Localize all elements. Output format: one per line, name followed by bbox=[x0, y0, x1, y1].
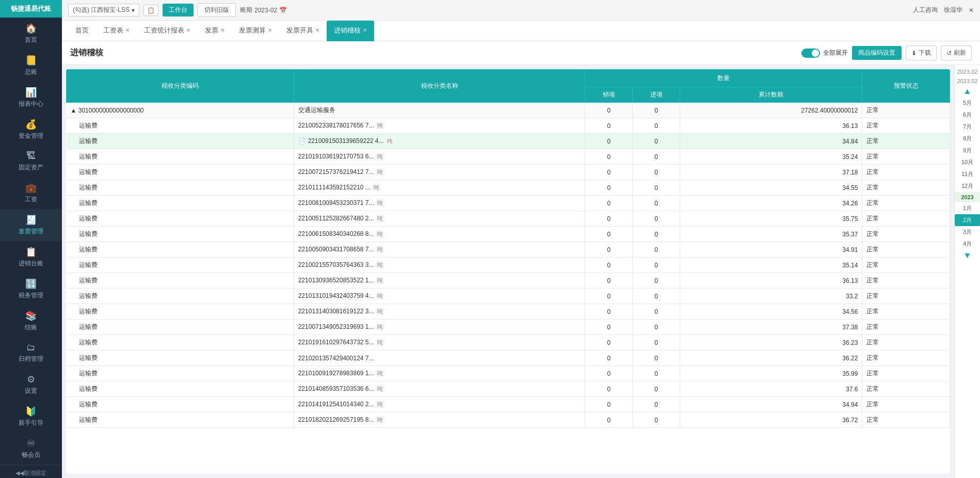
row-cumulative: 34.55 bbox=[680, 180, 862, 196]
scroll-up-button[interactable]: ▲ bbox=[962, 86, 973, 97]
sidebar-item-finance[interactable]: 💰 资金管理 bbox=[0, 114, 62, 146]
table-row[interactable]: 运输费 2210111143592152210 ... 吨 0 0 34.55 … bbox=[67, 180, 950, 196]
tab-close-icon[interactable]: ✕ bbox=[125, 27, 130, 33]
table-row[interactable]: 运输费 📄2210091503139659222 4... 吨 0 0 34.8… bbox=[67, 134, 950, 149]
tab-invoice-calc[interactable]: 发票测算 ✕ bbox=[232, 21, 279, 41]
finance-icon: 💰 bbox=[25, 119, 37, 130]
table-row[interactable]: 运输费 2210131019432403759 4... 吨 0 0 33.2 … bbox=[67, 289, 950, 304]
col-purchase-header: 进项 bbox=[633, 87, 680, 103]
month-11[interactable]: 11月 bbox=[955, 168, 980, 180]
sidebar-item-tax[interactable]: 🔢 税务管理 bbox=[0, 273, 62, 305]
sidebar-item-member[interactable]: ♾ 畅会员 bbox=[0, 433, 62, 465]
row-cumulative: 37.18 bbox=[680, 165, 862, 180]
sidebar-item-salary[interactable]: 💼 工资 bbox=[0, 177, 62, 209]
tab-close-icon[interactable]: ✕ bbox=[186, 27, 190, 33]
row-cumulative: 27262.40000000012 bbox=[680, 103, 862, 118]
user-name[interactable]: 徐湿华 bbox=[944, 6, 962, 14]
row-cumulative: 34.56 bbox=[680, 304, 862, 320]
close-icon[interactable]: ✕ bbox=[969, 7, 974, 14]
table-row[interactable]: 运输费 2210052338178017656 7... 吨 0 0 36.13… bbox=[67, 118, 950, 134]
sidebar-item-purchase-sales[interactable]: 📋 进销台账 bbox=[0, 241, 62, 273]
tab-payroll-stats[interactable]: 工资统计报表 ✕ bbox=[137, 21, 198, 41]
workspace-button[interactable]: 工作台 bbox=[163, 4, 194, 17]
table-row[interactable]: 运输费 2210191036192170753 6... 吨 0 0 35.24… bbox=[67, 149, 950, 165]
refresh-button[interactable]: ↺ 刷新 bbox=[941, 45, 972, 60]
calendar-icon[interactable]: 📅 bbox=[279, 7, 287, 14]
month-7[interactable]: 7月 bbox=[955, 121, 980, 133]
sidebar-item-closing[interactable]: 📚 结账 bbox=[0, 305, 62, 337]
row-sale: 0 bbox=[585, 304, 633, 320]
company-selector[interactable]: (勾选) 江西报宝-LSS ▾ bbox=[68, 4, 139, 17]
sidebar-item-invoice[interactable]: 🧾 发票管理 bbox=[0, 209, 62, 241]
month-5[interactable]: 5月 bbox=[955, 97, 980, 109]
sidebar-item-settings[interactable]: ⚙ 设置 bbox=[0, 369, 62, 401]
settings-button[interactable]: 商品编码设置 bbox=[852, 46, 902, 60]
month-1[interactable]: 1月 bbox=[955, 202, 980, 214]
unit-tag: 吨 bbox=[376, 339, 384, 346]
sidebar-item-archive[interactable]: 🗂 归档管理 bbox=[0, 337, 62, 369]
table-row[interactable]: 运输费 2210131403081619122 3... 吨 0 0 34.56… bbox=[67, 304, 950, 320]
download-button[interactable]: ⬇ 下载 bbox=[906, 45, 937, 60]
month-10[interactable]: 10月 bbox=[955, 156, 980, 168]
sidebar-item-home[interactable]: 🏠 首页 bbox=[0, 18, 62, 50]
tab-close-icon[interactable]: ✕ bbox=[315, 27, 319, 33]
row-inv-code: 2210071349052319693 1... 吨 bbox=[294, 320, 585, 335]
table-row[interactable]: 运输费 2210191610297643732 5... 吨 0 0 36.23… bbox=[67, 335, 950, 350]
unit-tag: 吨 bbox=[376, 215, 384, 222]
scroll-down-button[interactable]: ▼ bbox=[962, 250, 973, 261]
table-row[interactable]: 运输费 2210050903431708658 7... 吨 0 0 34.91… bbox=[67, 242, 950, 258]
tab-close-icon[interactable]: ✕ bbox=[220, 27, 224, 33]
table-row[interactable]: 运输费 2210141912541014340 2... 吨 0 0 34.94… bbox=[67, 397, 950, 412]
table-row[interactable]: 运输费 2210130936520853522 1... 吨 0 0 36.13… bbox=[67, 273, 950, 289]
table-row[interactable]: 运输费 2210061508340340268 8... 吨 0 0 35.37… bbox=[67, 227, 950, 242]
table-row[interactable]: 运输费 2210182021269257195 8... 吨 0 0 36.72… bbox=[67, 412, 950, 428]
pin-toggle[interactable]: ◀◀ 取消固定 bbox=[0, 465, 62, 478]
table-row[interactable]: 运输费 2210081009453230371 7... 吨 0 0 34.26… bbox=[67, 196, 950, 211]
row-cumulative: 35.24 bbox=[680, 149, 862, 165]
support-label[interactable]: 人工咨询 bbox=[913, 6, 938, 14]
sidebar-item-assets[interactable]: 🏗 固定资产 bbox=[0, 146, 62, 177]
row-inv-code: 2210201357429400124 7... bbox=[294, 350, 585, 366]
month-6[interactable]: 6月 bbox=[955, 109, 980, 121]
tab-close-icon[interactable]: ✕ bbox=[268, 27, 272, 33]
table-row[interactable]: 运输费 2210201357429400124 7... 0 0 36.22 正… bbox=[67, 350, 950, 366]
tab-reconciliation[interactable]: 进销稽核 ✕ bbox=[327, 21, 374, 41]
table-row[interactable]: 运输费 2210100919278983869 1... 吨 0 0 35.99… bbox=[67, 366, 950, 381]
tab-invoice[interactable]: 发票 ✕ bbox=[198, 21, 232, 41]
copy-button[interactable]: 📋 bbox=[143, 5, 158, 16]
switch-version-button[interactable]: 切到旧版 bbox=[198, 3, 236, 17]
sidebar-item-reports[interactable]: 📊 报表中心 bbox=[0, 82, 62, 114]
download-icon: ⬇ bbox=[911, 50, 917, 57]
tab-home[interactable]: 首页 bbox=[68, 21, 96, 41]
table-row[interactable]: 运输费 2210021557035764363 3... 吨 0 0 35.14… bbox=[67, 258, 950, 273]
table-row[interactable]: ▲ 3010000000000000000 交通运输服务 0 0 27262.4… bbox=[67, 103, 950, 118]
row-status: 正常 bbox=[862, 103, 950, 118]
row-sale: 0 bbox=[585, 103, 633, 118]
sidebar-item-label: 归档管理 bbox=[19, 355, 43, 363]
table-row[interactable]: 运输费 2210072157376219412 7... 吨 0 0 37.18… bbox=[67, 165, 950, 180]
month-4[interactable]: 4月 bbox=[955, 238, 980, 250]
sidebar-item-ledger[interactable]: 📒 总账 bbox=[0, 50, 62, 82]
row-cumulative: 36.13 bbox=[680, 273, 862, 289]
expand-toggle[interactable] bbox=[801, 49, 820, 58]
month-9[interactable]: 9月 bbox=[955, 145, 980, 156]
table-row[interactable]: 运输费 2210071349052319693 1... 吨 0 0 37.38… bbox=[67, 320, 950, 335]
reports-icon: 📊 bbox=[25, 87, 37, 98]
row-cumulative: 35.14 bbox=[680, 258, 862, 273]
topbar: (勾选) 江西报宝-LSS ▾ 📋 工作台 切到旧版 账期 2023-02 📅 … bbox=[62, 0, 980, 21]
tab-invoice-issue[interactable]: 发票开具 ✕ bbox=[279, 21, 327, 41]
tab-payroll[interactable]: 工资表 ✕ bbox=[96, 21, 137, 41]
row-sale: 0 bbox=[585, 134, 633, 149]
row-purchase: 0 bbox=[633, 350, 680, 366]
table-row[interactable]: 运输费 2210051125282667480 2... 吨 0 0 35.75… bbox=[67, 211, 950, 227]
month-3[interactable]: 3月 bbox=[955, 226, 980, 238]
company-name: (勾选) 江西报宝-LSS bbox=[73, 6, 130, 14]
month-2-current[interactable]: 2月 bbox=[955, 214, 980, 226]
year-badge-2023: 2023 bbox=[955, 192, 980, 202]
table-row[interactable]: 运输费 2210140859357103536 6... 吨 0 0 37.6 … bbox=[67, 381, 950, 397]
month-12[interactable]: 12月 bbox=[955, 180, 980, 192]
tab-close-icon[interactable]: ✕ bbox=[363, 27, 367, 33]
sidebar-item-guide[interactable]: 🔰 新手引导 bbox=[0, 401, 62, 433]
unit-tag: 吨 bbox=[376, 385, 384, 392]
month-8[interactable]: 8月 bbox=[955, 133, 980, 145]
